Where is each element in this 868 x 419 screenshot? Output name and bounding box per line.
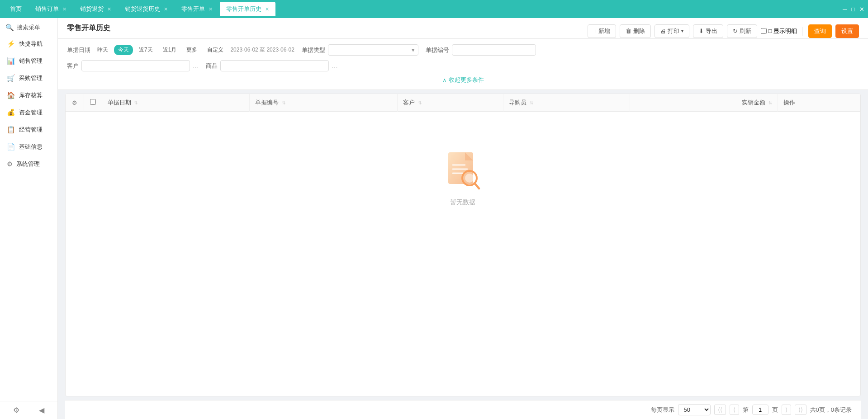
table-wrapper: ⚙ 单据日期 ⇅ 单据编号 ⇅ 客户 [65, 94, 861, 396]
top-nav: 首页 销售订单 ✕ 销货退货 ✕ 销货退货历史 ✕ 零售开单 ✕ 零售开单历史 … [0, 0, 868, 18]
doc-type-select-wrapper: ▾ [328, 44, 418, 56]
sort-guide-icon[interactable]: ⇅ [530, 100, 533, 105]
product-input[interactable] [220, 60, 329, 71]
toolbar-separator [802, 27, 803, 36]
filter-doc-no: 单据编号 [426, 44, 536, 56]
display-detail-toggle[interactable]: □ 显示明细 [761, 27, 797, 35]
date-range-display: 2023-06-02 至 2023-06-02 [230, 46, 294, 54]
date-more[interactable]: 更多 [182, 45, 201, 55]
sort-doc-no-icon[interactable]: ⇅ [282, 100, 285, 105]
pagination-info: 共0页，0条记录 [810, 406, 852, 414]
minimize-icon[interactable]: ─ [843, 6, 847, 13]
tab-home[interactable]: 首页 [4, 2, 28, 16]
sidebar-item-inventory[interactable]: 🏠 库存核算 [0, 87, 57, 104]
sidebar-bottom: ⚙ ◀ [0, 401, 57, 419]
data-table: ⚙ 单据日期 ⇅ 单据编号 ⇅ 客户 [66, 94, 860, 243]
close-tab-retail-open[interactable]: ✕ [209, 6, 213, 12]
finance-icon: 💰 [7, 108, 15, 117]
first-page-button[interactable]: ⟨⟨ [714, 405, 726, 415]
col-checkbox [84, 94, 102, 112]
close-tab-sales-return-history[interactable]: ✕ [164, 6, 168, 12]
per-page-select[interactable]: 50 20 100 200 [678, 404, 711, 415]
col-amount: 实销金额 ⇅ [630, 94, 778, 112]
date-yesterday[interactable]: 昨天 [93, 45, 112, 55]
svg-line-6 [474, 183, 479, 188]
prev-page-button[interactable]: ⟨ [730, 405, 739, 415]
empty-state: 暂无数据 [66, 112, 860, 243]
export-button[interactable]: ⬇ 导出 [693, 24, 723, 38]
doc-type-select[interactable] [328, 44, 418, 56]
main-layout: 🔍 搜索采单 ⚡ 快捷导航 📊 销售管理 🛒 采购管理 🏠 库存核算 💰 资金管… [0, 18, 868, 419]
filter-row-2: 客户 ... 商品 ... [67, 60, 859, 71]
sidebar-item-basic-info[interactable]: 📄 基础信息 [0, 138, 57, 155]
settings-button[interactable]: 设置 [835, 24, 859, 38]
sidebar-settings-icon[interactable]: ⚙ [13, 406, 19, 414]
col-guide: 导购员 ⇅ [503, 94, 630, 112]
filter-product: 商品 ... [206, 60, 337, 71]
search-icon: 🔍 [5, 24, 14, 32]
delete-button[interactable]: 🗑 删除 [620, 24, 651, 38]
print-chevron-icon: ▾ [681, 28, 683, 33]
next-page-button[interactable]: ⟩ [782, 405, 791, 415]
customer-more-icon[interactable]: ... [193, 62, 199, 70]
date-last-month[interactable]: 近1月 [159, 45, 181, 55]
quick-nav-icon: ⚡ [7, 40, 15, 48]
col-settings[interactable]: ⚙ [66, 94, 84, 112]
date-custom[interactable]: 自定义 [203, 45, 228, 55]
sort-date-icon[interactable]: ⇅ [134, 100, 138, 105]
print-button[interactable]: 🖨 打印 ▾ [655, 24, 690, 38]
sidebar-collapse-icon[interactable]: ◀ [39, 406, 44, 414]
refresh-button[interactable]: ↻ 刷新 [727, 24, 757, 38]
empty-text: 暂无数据 [450, 198, 475, 207]
page-header: 零售开单历史 + 新增 🗑 删除 🖨 打印 ▾ ⬇ 导出 [58, 18, 868, 39]
filter-customer: 客户 ... [67, 60, 199, 71]
select-all-checkbox[interactable] [90, 99, 96, 105]
collapse-chevron-icon: ∧ [442, 77, 447, 84]
display-detail-checkbox[interactable] [761, 28, 767, 34]
col-action: 操作 [778, 94, 860, 112]
sidebar-item-purchase-mgmt[interactable]: 🛒 采购管理 [0, 70, 57, 87]
window-controls: ─ □ ✕ [843, 6, 864, 13]
collapse-filter-bar[interactable]: ∧ 收起更多条件 [67, 76, 859, 84]
sort-amount-icon[interactable]: ⇅ [768, 100, 772, 105]
date-last7[interactable]: 近7天 [135, 45, 157, 55]
last-page-button[interactable]: ⟩⟩ [795, 405, 806, 415]
sidebar-search[interactable]: 🔍 搜索采单 [0, 20, 57, 35]
system-icon: ⚙ [7, 160, 13, 168]
close-icon[interactable]: ✕ [859, 6, 864, 13]
sort-customer-icon[interactable]: ⇅ [418, 100, 422, 105]
page-title: 零售开单历史 [67, 24, 110, 33]
sidebar-item-quick-nav[interactable]: ⚡ 快捷导航 [0, 35, 57, 52]
date-today[interactable]: 今天 [114, 45, 133, 55]
sidebar-item-sales-mgmt[interactable]: 📊 销售管理 [0, 52, 57, 70]
toolbar: + 新增 🗑 删除 🖨 打印 ▾ ⬇ 导出 ↻ 刷新 [588, 24, 859, 38]
doc-no-input[interactable] [452, 44, 536, 56]
sidebar-item-finance[interactable]: 💰 资金管理 [0, 104, 57, 121]
sidebar: 🔍 搜索采单 ⚡ 快捷导航 📊 销售管理 🛒 采购管理 🏠 库存核算 💰 资金管… [0, 18, 58, 419]
page-input[interactable] [752, 405, 768, 415]
tab-sales-order[interactable]: 销售订单 ✕ [29, 2, 73, 16]
inventory-icon: 🏠 [7, 91, 15, 99]
tab-sales-return-history[interactable]: 销货退货历史 ✕ [119, 2, 174, 16]
col-doc-no: 单据编号 ⇅ [250, 94, 398, 112]
close-tab-sales-order[interactable]: ✕ [62, 6, 66, 12]
sidebar-item-system-mgmt[interactable]: ⚙ 系统管理 [0, 155, 57, 173]
close-tab-sales-return[interactable]: ✕ [107, 6, 111, 12]
close-tab-retail-open-history[interactable]: ✕ [265, 6, 269, 12]
tab-retail-open[interactable]: 零售开单 ✕ [175, 2, 219, 16]
col-date: 单据日期 ⇅ [102, 94, 250, 112]
customer-input[interactable] [81, 60, 190, 71]
filter-date: 单据日期 昨天 今天 近7天 近1月 更多 自定义 2023-06-02 至 2… [67, 45, 294, 55]
ops-icon: 📋 [7, 126, 15, 134]
empty-icon [440, 148, 485, 193]
add-button[interactable]: + 新增 [588, 24, 616, 38]
tab-sales-return[interactable]: 销货退货 ✕ [74, 2, 118, 16]
svg-point-5 [465, 174, 474, 183]
maximize-icon[interactable]: □ [851, 6, 855, 13]
content-area: 零售开单历史 + 新增 🗑 删除 🖨 打印 ▾ ⬇ 导出 [58, 18, 868, 419]
query-button[interactable]: 查询 [808, 24, 832, 38]
pagination-bar: 每页显示 50 20 100 200 ⟨⟨ ⟨ 第 页 ⟩ ⟩⟩ 共0页，0条记… [65, 400, 861, 419]
product-more-icon[interactable]: ... [332, 62, 337, 70]
sidebar-item-ops-mgmt[interactable]: 📋 经营管理 [0, 121, 57, 138]
tab-retail-open-history[interactable]: 零售开单历史 ✕ [220, 2, 275, 16]
